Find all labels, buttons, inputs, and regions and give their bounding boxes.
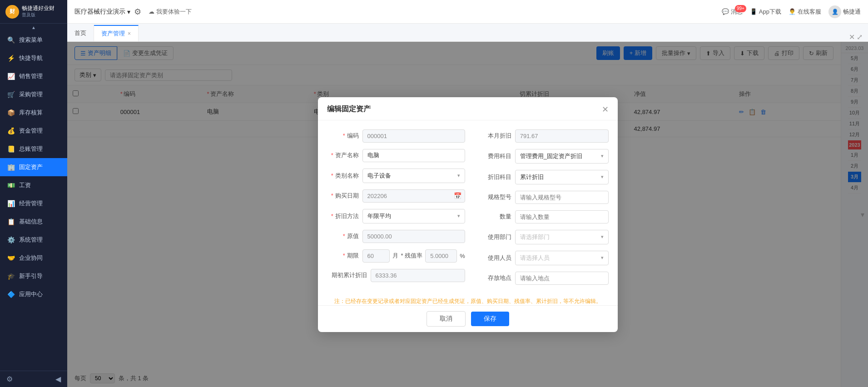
original-value-input[interactable] — [362, 230, 465, 243]
tab-expand[interactable]: ⤢ — [857, 33, 863, 41]
dep-subject-text: 累计折旧 — [520, 173, 599, 181]
sidebar-icon-cooperation: 🤝 — [6, 253, 15, 263]
tab-asset-management[interactable]: 资产管理 × — [94, 25, 139, 41]
content-area: ☰ 资产明细 📄 变更生成凭证 刷账 + 新增 批量操作 — [67, 42, 868, 387]
sidebar-label-system: 系统管理 — [19, 236, 43, 244]
header-settings-icon[interactable]: ⚙ — [134, 7, 141, 17]
purchase-date-input[interactable] — [362, 189, 465, 203]
asset-name-input[interactable] — [362, 149, 465, 162]
form-right: 本月折旧 费用科目 管理费用_固定资产折旧 ▾ — [480, 129, 609, 285]
department-arrow: ▾ — [601, 234, 604, 240]
expense-subject-select[interactable]: 管理费用_固定资产折旧 ▾ — [515, 149, 609, 164]
category-select-text: 电子设备 — [367, 172, 456, 180]
settings-bottom-icon[interactable]: ⚙ — [6, 375, 13, 383]
sidebar-item-appstore[interactable]: 🔷 应用中心 — [0, 285, 67, 303]
header-right: 💬 消息 99+ 📱 App下载 👨‍💼 在线客服 👤 畅捷通 — [722, 5, 861, 18]
sidebar-item-operations[interactable]: 📊 经营管理 — [0, 194, 67, 213]
sidebar-item-system[interactable]: ⚙️ 系统管理 — [0, 231, 67, 249]
modal-header: 编辑固定资产 ✕ — [318, 97, 618, 120]
user-placeholder: 请选择人员 — [520, 254, 599, 262]
monthly-dep-label: 本月折旧 — [480, 132, 511, 140]
category-select[interactable]: 电子设备 ▾ — [362, 169, 465, 183]
expense-subject-label: 费用科目 — [480, 152, 511, 160]
sidebar-icon-assets: 🏢 — [6, 163, 15, 172]
app-download-action[interactable]: 📱 App下载 — [750, 8, 781, 16]
dep-method-arrow: ▾ — [457, 213, 460, 219]
field-location: 存放地点 — [480, 272, 609, 285]
period-input[interactable] — [362, 249, 390, 263]
user-profile[interactable]: 👤 畅捷通 — [828, 5, 861, 18]
sidebar-icon-search: 🔍 — [6, 35, 15, 45]
edit-asset-modal: 编辑固定资产 ✕ * 编码 — [318, 97, 618, 332]
sidebar-item-basic[interactable]: 📋 基础信息 — [0, 213, 67, 231]
sidebar-item-guide[interactable]: 🎓 新手引导 — [0, 267, 67, 285]
sidebar-label-basic: 基础信息 — [19, 218, 43, 226]
sidebar-item-purchase[interactable]: 🛒 采购管理 — [0, 85, 67, 104]
sidebar-item-cooperation[interactable]: 🤝 企业协同 — [0, 249, 67, 267]
period-cum-dep-input[interactable] — [371, 269, 465, 282]
sidebar-item-payroll[interactable]: 💵 工资 — [0, 176, 67, 194]
sidebar-item-quicknav[interactable]: ⚡ 快捷导航 — [0, 49, 67, 67]
location-label: 存放地点 — [480, 274, 511, 282]
sidebar-icon-appstore: 🔷 — [6, 290, 15, 299]
online-service-label: 在线客服 — [798, 8, 821, 16]
sidebar-label-ledger: 总账管理 — [19, 145, 43, 153]
category-label: * 类别名称 — [327, 172, 359, 180]
tab-asset-label: 资产管理 — [101, 30, 125, 38]
dep-subject-arrow: ▾ — [601, 174, 604, 180]
field-original-value: * 原值 — [327, 230, 465, 243]
logo-icon: 财 — [5, 5, 19, 19]
period-cum-dep-label: 期初累计折旧 — [327, 271, 367, 279]
sidebar-item-ledger[interactable]: 📒 总账管理 — [0, 140, 67, 158]
field-dep-method: * 折旧方法 年限平均 ▾ — [327, 209, 465, 223]
sidebar-item-assets[interactable]: 🏢 固定资产 — [0, 158, 67, 176]
message-action[interactable]: 💬 消息 99+ — [722, 8, 743, 16]
sidebar-label-sales: 销售管理 — [19, 72, 43, 80]
purchase-date-wrap: 📅 — [362, 189, 465, 203]
tab-close-icon[interactable]: × — [128, 30, 131, 37]
sidebar-item-search[interactable]: 🔍 搜索菜单 — [0, 31, 67, 49]
spec-input[interactable] — [515, 191, 609, 204]
period-unit: 月 — [392, 252, 398, 260]
modal-close-icon[interactable]: ✕ — [602, 104, 609, 114]
tab-window-close[interactable]: ✕ — [849, 33, 855, 41]
username: 畅捷通 — [843, 8, 861, 16]
sidebar-logo: 财 畅捷通好业财 普及版 — [0, 0, 67, 24]
period-residual-inline: 月 * 残值率 % — [362, 249, 465, 263]
department-placeholder: 请选择部门 — [520, 233, 599, 241]
project-dropdown-icon: ▾ — [127, 8, 130, 15]
code-input[interactable] — [362, 129, 465, 143]
tab-home[interactable]: 首页 — [67, 25, 94, 41]
dep-method-select[interactable]: 年限平均 ▾ — [362, 209, 465, 223]
form-left: * 编码 * 资产名称 * 类别名称 — [327, 129, 465, 285]
sidebar-item-sales[interactable]: 📈 销售管理 — [0, 67, 67, 85]
tabs-bar: 首页 资产管理 × ✕ ⤢ — [67, 24, 868, 42]
department-select[interactable]: 请选择部门 ▾ — [515, 230, 609, 244]
residual-rate-input[interactable] — [425, 249, 457, 263]
project-name: 医疗器械行业演示 — [74, 8, 125, 16]
cancel-button[interactable]: 取消 — [427, 311, 466, 327]
save-button[interactable]: 保存 — [471, 312, 509, 326]
modal-overlay: 编辑固定资产 ✕ * 编码 — [67, 42, 868, 387]
user-select[interactable]: 请选择人员 ▾ — [515, 251, 609, 265]
sidebar-icon-payroll: 💵 — [6, 181, 15, 190]
collapse-icon[interactable]: ◀ — [55, 375, 61, 383]
sidebar-item-inventory[interactable]: 📦 库存核算 — [0, 104, 67, 122]
field-user: 使用人员 请选择人员 ▾ — [480, 251, 609, 265]
experience-btn[interactable]: ☁ 我要体验一下 — [145, 6, 195, 18]
dep-subject-select[interactable]: 累计折旧 ▾ — [515, 170, 609, 184]
sidebar-scroll-up[interactable]: ▲ — [0, 24, 67, 31]
online-service-action[interactable]: 👨‍💼 在线客服 — [789, 8, 821, 16]
location-input[interactable] — [515, 272, 609, 285]
avatar: 👤 — [828, 5, 841, 18]
code-label: * 编码 — [327, 132, 359, 140]
sidebar-label-payroll: 工资 — [19, 181, 31, 189]
project-selector[interactable]: 医疗器械行业演示 ▾ — [74, 8, 130, 16]
expense-subject-text: 管理费用_固定资产折旧 — [520, 152, 599, 160]
sidebar-label-operations: 经营管理 — [19, 199, 43, 208]
sidebar-label-quicknav: 快捷导航 — [19, 54, 43, 62]
sidebar-item-finance[interactable]: 💰 资金管理 — [0, 122, 67, 140]
quantity-input[interactable] — [515, 210, 609, 223]
sidebar-label-appstore: 应用中心 — [19, 290, 43, 298]
monthly-dep-input[interactable] — [515, 129, 609, 143]
